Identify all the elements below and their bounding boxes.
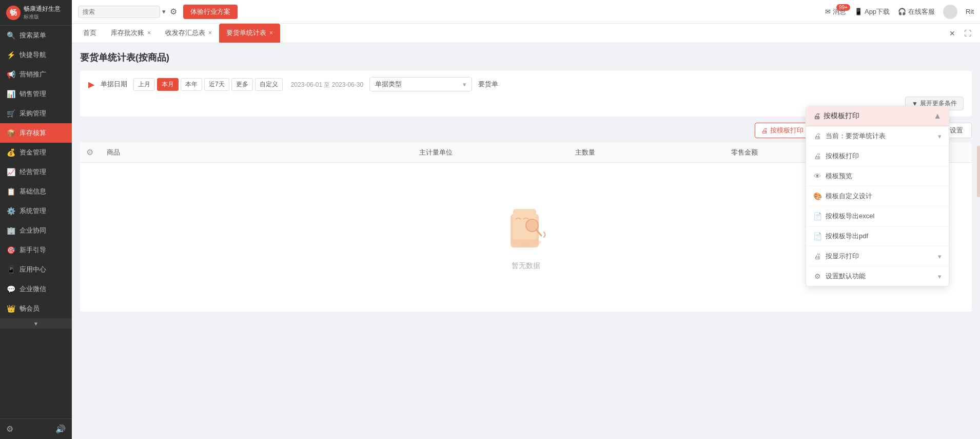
sidebar-item-wechat[interactable]: 💬 企业微信 [0, 279, 72, 299]
filter-collapse-icon[interactable]: ▶ [88, 80, 94, 89]
sidebar-item-apps[interactable]: 📱 应用中心 [0, 260, 72, 279]
popup-export-pdf-icon: 📄 [813, 232, 821, 240]
sidebar-logo: 畅 畅康通好生意 标准版 [0, 0, 72, 26]
last7-btn[interactable]: 近7天 [204, 78, 229, 91]
sidebar-item-label-member: 畅会员 [19, 304, 40, 313]
sidebar-item-shortcut[interactable]: ⚡ 快捷导航 [0, 45, 72, 65]
tabbar: 首页 库存批次账 × 收发存汇总表 × 要货单统计表 × ✕ ⛶ [72, 24, 980, 43]
this-month-btn[interactable]: 本月 [157, 78, 179, 91]
username-label: Rit [966, 8, 974, 15]
online-service-item[interactable]: 🎧 在线客服 [898, 7, 935, 16]
messages-item[interactable]: ✉ 消息 99+ [825, 7, 846, 16]
popup-template-custom-label: 模板自定义设计 [826, 192, 872, 201]
main-area: ▾ ⚙ 体验行业方案 ✉ 消息 99+ 📱 App下载 🎧 在线客服 Rit 首… [72, 0, 980, 439]
sidebar-item-sales[interactable]: 📊 销售管理 [0, 84, 72, 104]
tab-inventory-batch-close[interactable]: × [147, 29, 151, 36]
sidebar-item-marketing[interactable]: 📢 营销推广 [0, 65, 72, 84]
date-range-display: 2023-06-01 至 2023-06-30 [291, 81, 363, 89]
popup-item-export-excel[interactable]: 📄 按模板导出excel [806, 206, 949, 226]
scrollbar-accent [977, 146, 980, 197]
popup-item-display-print[interactable]: 🖨 按显示打印 ▾ [806, 246, 949, 266]
col-header-unit: 主计量单位 [419, 148, 575, 157]
popup-close-icon[interactable]: ▲ [933, 111, 942, 121]
dropdown-header: 🖨 按模板打印 ▲ [806, 106, 949, 126]
topbar-dropdown-icon[interactable]: ▾ [162, 8, 166, 15]
page-title: 要货单统计表(按商品) [80, 51, 972, 64]
footer-settings-icon[interactable]: ⚙ [6, 424, 13, 434]
sidebar-item-system[interactable]: ⚙️ 系统管理 [0, 201, 72, 221]
topbar-search-input[interactable] [78, 6, 160, 18]
popup-template-custom-icon: 🎨 [813, 192, 821, 200]
sidebar-item-operation[interactable]: 📈 经营管理 [0, 162, 72, 182]
topbar-settings-icon[interactable]: ⚙ [170, 7, 177, 16]
order-type-dropdown[interactable]: 单据类型 ▾ [369, 77, 472, 91]
popup-item-template-print[interactable]: 🖨 按模板打印 [806, 146, 949, 166]
sidebar-item-label-system: 系统管理 [19, 206, 46, 216]
phone-icon: 📱 [854, 8, 863, 15]
sidebar-item-enterprise[interactable]: 🏢 企业协同 [0, 221, 72, 240]
tab-inventory-batch[interactable]: 库存批次账 × [104, 24, 158, 43]
sidebar-item-label-newbie: 新手引导 [19, 245, 46, 255]
column-settings-icon[interactable]: ⚙ [86, 148, 93, 157]
tab-receivables-label: 收发存汇总表 [165, 28, 205, 37]
close-all-tabs-button[interactable]: ✕ [946, 27, 958, 40]
prev-month-btn[interactable]: 上月 [133, 78, 155, 91]
headset-icon: 🎧 [898, 8, 906, 15]
tab-receivables[interactable]: 收发存汇总表 × [158, 24, 219, 43]
sidebar-item-newbie[interactable]: 🎯 新手引导 [0, 240, 72, 260]
popup-item-export-pdf[interactable]: 📄 按模板导出pdf [806, 226, 949, 246]
popup-default-func-arrow: ▾ [938, 273, 942, 280]
sidebar: 畅 畅康通好生意 标准版 🔍 搜索菜单 ⚡ 快捷导航 📢 营销推广 📊 销售管理… [0, 0, 72, 439]
sidebar-item-label-search: 搜索菜单 [19, 31, 46, 40]
tab-receivables-close[interactable]: × [208, 29, 212, 36]
popup-export-excel-label: 按模板导出excel [826, 212, 874, 221]
popup-item-current[interactable]: 🖨 当前：要货单统计表 ▾ [806, 126, 949, 146]
tab-home[interactable]: 首页 [76, 24, 104, 43]
popup-export-excel-icon: 📄 [813, 212, 821, 220]
sidebar-item-finance[interactable]: 💰 资金管理 [0, 143, 72, 162]
empty-state-icon [500, 204, 552, 255]
tab-order-stats[interactable]: 要货单统计表 × [219, 24, 280, 43]
logo-icon: 畅 [6, 6, 21, 20]
sidebar-item-label-operation: 经营管理 [19, 167, 46, 177]
app-download-item[interactable]: 📱 App下载 [854, 7, 890, 16]
sidebar-item-label-sales: 销售管理 [19, 89, 46, 99]
sidebar-item-member[interactable]: 👑 畅会员 [0, 299, 72, 318]
sidebar-item-label-wechat: 企业微信 [19, 284, 46, 294]
popup-template-print-label: 按模板打印 [826, 151, 859, 161]
search-menu-icon: 🔍 [6, 31, 15, 40]
user-avatar[interactable] [943, 5, 957, 19]
topbar: ▾ ⚙ 体验行业方案 ✉ 消息 99+ 📱 App下载 🎧 在线客服 Rit [72, 0, 980, 24]
popup-template-preview-label: 模板预览 [826, 171, 852, 181]
member-icon: 👑 [6, 304, 15, 313]
expand-window-button[interactable]: ⛶ [962, 27, 974, 40]
popup-display-print-icon: 🖨 [813, 252, 821, 260]
newbie-icon: 🎯 [6, 245, 15, 255]
tabbar-right: ✕ ⛶ [946, 24, 976, 43]
popup-template-preview-icon: 👁 [813, 172, 821, 180]
popup-display-print-label: 按显示打印 [826, 252, 859, 261]
tab-inventory-batch-label: 库存批次账 [111, 28, 144, 37]
sidebar-item-purchase[interactable]: 🛒 采购管理 [0, 104, 72, 123]
logo-subtitle: 标准版 [24, 13, 61, 20]
custom-btn[interactable]: 自定义 [255, 78, 283, 91]
sidebar-item-inventory[interactable]: 📦 库存核算 [0, 123, 72, 143]
topbar-right: ✉ 消息 99+ 📱 App下载 🎧 在线客服 Rit [825, 5, 974, 19]
sidebar-item-label-shortcut: 快捷导航 [19, 50, 46, 60]
date-label: 单据日期 [101, 80, 127, 89]
sidebar-item-basic[interactable]: 📋 基础信息 [0, 182, 72, 201]
sidebar-item-label-inventory: 库存核算 [19, 128, 46, 138]
footer-audio-icon[interactable]: 🔊 [55, 424, 66, 434]
popup-item-template-preview[interactable]: 👁 模板预览 [806, 166, 949, 186]
industry-solution-button[interactable]: 体验行业方案 [183, 5, 238, 19]
this-year-btn[interactable]: 本年 [181, 78, 202, 91]
sidebar-item-search[interactable]: 🔍 搜索菜单 [0, 26, 72, 45]
popup-item-default-func[interactable]: ⚙ 设置默认功能 ▾ [806, 266, 949, 286]
popup-print-icon: 🖨 [813, 112, 820, 120]
inventory-icon: 📦 [6, 128, 15, 138]
tab-order-stats-close[interactable]: × [269, 29, 273, 36]
sidebar-scroll-down[interactable]: ▼ [0, 318, 72, 329]
popup-item-template-custom[interactable]: 🎨 模板自定义设计 [806, 186, 949, 206]
purchase-icon: 🛒 [6, 109, 15, 118]
more-btn[interactable]: 更多 [231, 78, 253, 91]
